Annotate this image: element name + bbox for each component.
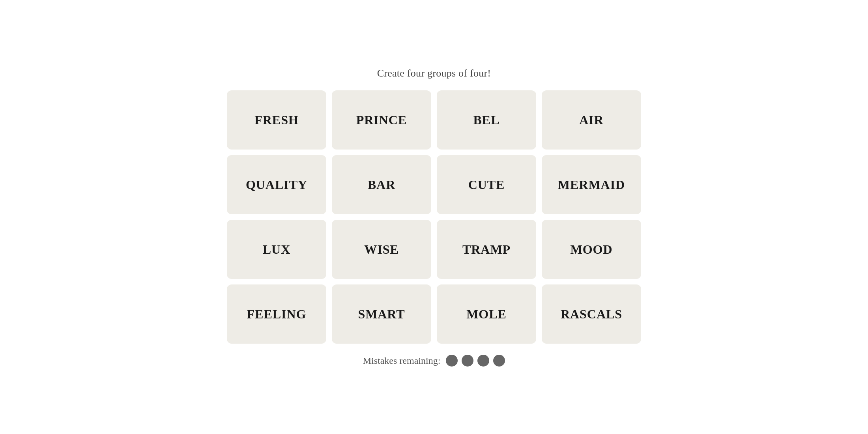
tile-feeling[interactable]: FEELING: [227, 284, 326, 344]
tile-label-bel: BEL: [473, 113, 500, 127]
instructions-text: Create four groups of four!: [377, 67, 491, 79]
tile-rascals[interactable]: RASCALS: [542, 284, 641, 344]
tile-label-cute: CUTE: [468, 178, 505, 192]
tile-mood[interactable]: MOOD: [542, 220, 641, 279]
tile-label-quality: QUALITY: [246, 178, 307, 192]
tile-label-wise: WISE: [364, 242, 398, 257]
tile-bel[interactable]: BEL: [437, 90, 536, 150]
mistakes-label: Mistakes remaining:: [363, 355, 441, 366]
mistakes-row: Mistakes remaining:: [363, 355, 505, 367]
tile-tramp[interactable]: TRAMP: [437, 220, 536, 279]
tile-wise[interactable]: WISE: [332, 220, 431, 279]
mistake-dot-4: [493, 355, 505, 367]
tile-cute[interactable]: CUTE: [437, 155, 536, 214]
tile-label-prince: PRINCE: [356, 113, 407, 127]
tile-label-lux: LUX: [263, 242, 290, 257]
tile-label-smart: SMART: [358, 307, 405, 322]
tile-lux[interactable]: LUX: [227, 220, 326, 279]
mistake-dot-3: [477, 355, 489, 367]
tile-label-mole: MOLE: [466, 307, 507, 322]
tile-mermaid[interactable]: MERMAID: [542, 155, 641, 214]
tile-bar[interactable]: BAR: [332, 155, 431, 214]
mistake-dot-2: [462, 355, 473, 367]
tile-fresh[interactable]: FRESH: [227, 90, 326, 150]
tile-label-tramp: TRAMP: [462, 242, 511, 257]
mistake-dot-1: [446, 355, 458, 367]
tile-mole[interactable]: MOLE: [437, 284, 536, 344]
tile-prince[interactable]: PRINCE: [332, 90, 431, 150]
tile-label-mermaid: MERMAID: [558, 178, 625, 192]
tile-air[interactable]: AIR: [542, 90, 641, 150]
tile-label-air: AIR: [579, 113, 604, 127]
tile-label-fresh: FRESH: [254, 113, 299, 127]
tile-label-mood: MOOD: [571, 242, 613, 257]
mistakes-dots: [446, 355, 505, 367]
tile-label-rascals: RASCALS: [561, 307, 622, 322]
tile-label-feeling: FEELING: [247, 307, 307, 322]
word-grid: FRESHPRINCEBELAIRQUALITYBARCUTEMERMAIDLU…: [227, 90, 641, 344]
tile-smart[interactable]: SMART: [332, 284, 431, 344]
tile-label-bar: BAR: [368, 178, 395, 192]
game-container: Create four groups of four! FRESHPRINCEB…: [227, 67, 641, 367]
tile-quality[interactable]: QUALITY: [227, 155, 326, 214]
